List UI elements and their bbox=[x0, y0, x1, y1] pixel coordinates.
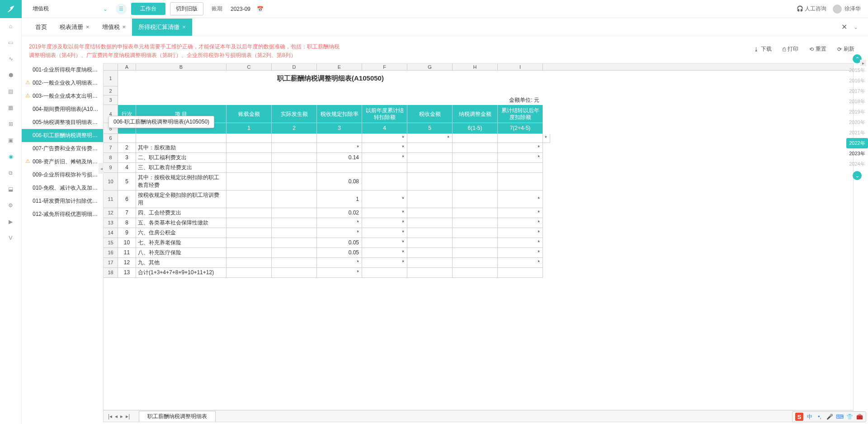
user-menu[interactable]: 徐泽华 bbox=[833, 5, 861, 14]
topbar-left: 增值税 ⌄ ☰ 工作台 切到旧版 账期 2023-09 📅 bbox=[29, 2, 264, 15]
period-value[interactable]: 2023-09 bbox=[231, 6, 250, 12]
chevron-down-icon: ⌄ bbox=[103, 6, 108, 12]
list-icon: ☰ bbox=[119, 6, 123, 12]
headset-icon: 🎧 bbox=[797, 5, 803, 12]
calendar-icon[interactable]: 📅 bbox=[257, 6, 264, 12]
switch-old-button[interactable]: 切到旧版 bbox=[170, 2, 203, 15]
period-label: 账期 bbox=[212, 5, 222, 13]
feather-icon bbox=[6, 5, 15, 14]
round-action-button[interactable]: ☰ bbox=[116, 4, 127, 14]
tax-type-label: 增值税 bbox=[33, 5, 49, 13]
tax-type-select[interactable]: 增值税 ⌄ bbox=[29, 3, 111, 14]
topbar-right: 🎧 人工咨询 徐泽华 bbox=[797, 5, 861, 14]
top-bar: 增值税 ⌄ ☰ 工作台 切到旧版 账期 2023-09 📅 🎧 人工咨询 徐泽华 bbox=[0, 0, 868, 18]
workbench-button[interactable]: 工作台 bbox=[131, 3, 165, 15]
app-logo[interactable] bbox=[0, 0, 22, 18]
consult-link[interactable]: 🎧 人工咨询 bbox=[797, 5, 826, 13]
avatar-icon bbox=[833, 5, 842, 14]
user-name: 徐泽华 bbox=[844, 5, 861, 13]
